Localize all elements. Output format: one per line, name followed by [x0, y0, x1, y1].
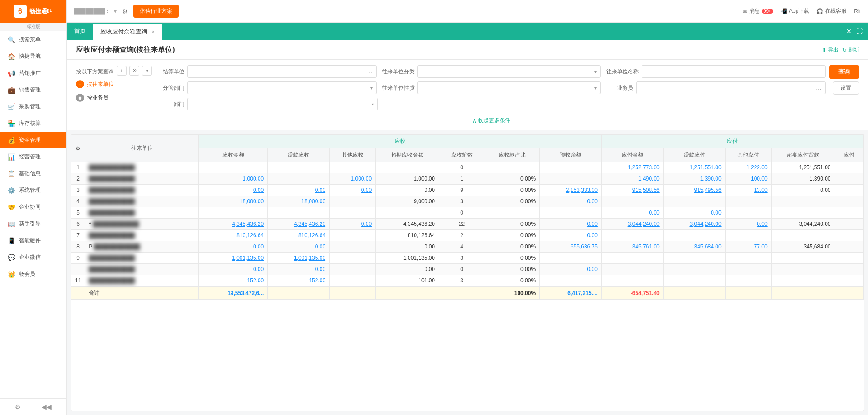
sidebar-item-sales[interactable]: 💼 销售管理	[0, 81, 66, 98]
user-name[interactable]: Rit	[854, 8, 861, 14]
setting-button[interactable]: 设置	[833, 81, 859, 95]
input-unit-category[interactable]: ▾	[417, 65, 601, 78]
row-ar-loan[interactable]: 810,126.64	[268, 230, 330, 241]
collapse-conditions-btn[interactable]: ∧ 收起更多条件	[157, 117, 826, 124]
row-ap-loan[interactable]: 915,495.56	[663, 185, 725, 196]
row-ap-other[interactable]: 0.00	[725, 219, 771, 230]
sidebar-item-marketing[interactable]: 📢 营销推广	[0, 65, 66, 81]
row-ar-loan[interactable]: 152.00	[268, 275, 330, 287]
sidebar-badge: 标准版	[0, 23, 66, 31]
row-ap-amount[interactable]: 1,252,773.00	[601, 162, 663, 173]
add-scheme-btn[interactable]: +	[117, 66, 127, 76]
sidebar-item-finance[interactable]: 💰 资金管理	[0, 132, 66, 148]
row-ap-amount[interactable]: 345,761.00	[601, 241, 663, 253]
sidebar-item-operations[interactable]: 📊 经营管理	[0, 148, 66, 165]
sidebar-item-shortcut[interactable]: 🏠 快捷导航	[0, 48, 66, 65]
tab-close-icon[interactable]: ×	[152, 29, 155, 34]
row-ap-extra	[835, 253, 863, 264]
row-ar-loan[interactable]: 0.00	[268, 185, 330, 196]
row-ap-loan[interactable]: 3,044,240.00	[663, 219, 725, 230]
row-ap-other[interactable]: 1,222.00	[725, 162, 771, 173]
input-unit-name[interactable]	[642, 65, 826, 78]
sidebar-item-member[interactable]: 👑 畅会员	[0, 266, 66, 282]
row-ar-prepay[interactable]: 655,636.75	[540, 241, 602, 253]
row-ar-amount[interactable]: 0.00	[198, 264, 268, 275]
row-ar-amount[interactable]: 18,000.00	[198, 196, 268, 207]
sidebar-item-wechat[interactable]: 💬 企业微信	[0, 249, 66, 266]
input-unit-nature[interactable]: ▾	[417, 81, 601, 94]
input-dept2[interactable]: ▾	[187, 98, 378, 110]
sidebar-item-search[interactable]: 🔍 搜索菜单	[0, 31, 66, 48]
row-ar-loan[interactable]: 4,345,436.20	[268, 219, 330, 230]
sidebar-item-guide[interactable]: 📖 新手引导	[0, 215, 66, 232]
row-ap-amount[interactable]: 1,490.00	[601, 173, 663, 185]
edit-scheme-btn[interactable]: ⊙	[129, 66, 139, 76]
messages-btn[interactable]: ✉ 消息 99+	[743, 7, 773, 15]
row-ar-prepay[interactable]: 2,153,333.00	[540, 185, 602, 196]
online-service-btn[interactable]: 🎧 在线客服	[816, 7, 847, 15]
scheme-by-staff[interactable]: ⏺ 按业务员	[76, 93, 157, 103]
row-ar-prepay[interactable]: 0.00	[540, 230, 602, 241]
topbar-chevron[interactable]: ▾	[114, 8, 117, 14]
export-button[interactable]: ⬆ 导出	[822, 46, 839, 54]
solution-button[interactable]: 体验行业方案	[133, 5, 179, 18]
row-ar-amount[interactable]: 810,126.64	[198, 230, 268, 241]
th-ar-count: 应收笔数	[439, 148, 485, 162]
row-ar-other[interactable]: 0.00	[330, 185, 376, 196]
row-ar-amount[interactable]: 152.00	[198, 275, 268, 287]
sidebar-item-system[interactable]: ⚙️ 系统管理	[0, 182, 66, 199]
table-row: 8 P ████████████ 0.00 0.00 0.00 4 0.00% …	[71, 241, 864, 253]
input-department[interactable]: ▾	[187, 81, 377, 94]
row-ap-other[interactable]: 77.00	[725, 241, 771, 253]
tab-home[interactable]: 首页	[67, 23, 93, 40]
row-ap-other[interactable]: 100.00	[725, 173, 771, 185]
sidebar-item-collab[interactable]: 🤝 企业协同	[0, 199, 66, 215]
app-download-btn[interactable]: 📲 App下载	[780, 7, 809, 15]
row-ap-loan[interactable]: 1,251,551.00	[663, 162, 725, 173]
row-ar-prepay[interactable]: 0.00	[540, 264, 602, 275]
sidebar-label-member: 畅会员	[19, 270, 35, 278]
row-ap-amount[interactable]: 0.00	[601, 207, 663, 219]
input-salesperson[interactable]: …	[636, 81, 826, 94]
input-settlement[interactable]: …	[187, 65, 377, 78]
sidebar-item-base[interactable]: 📋 基础信息	[0, 165, 66, 182]
scheme-by-unit[interactable]: 🔸 按往来单位	[76, 79, 157, 89]
row-ar-amount[interactable]: 1,000.00	[198, 173, 268, 185]
row-ar-prepay[interactable]: 0.00	[540, 196, 602, 207]
footer-ap-total[interactable]: -654,751.40	[601, 286, 663, 300]
row-ap-amount[interactable]: 915,508.56	[601, 185, 663, 196]
tabbar-fullscreen-icon[interactable]: ⛶	[856, 28, 863, 35]
row-ar-amount[interactable]: 0.00	[198, 241, 268, 253]
row-ap-amount[interactable]: 3,044,240.00	[601, 219, 663, 230]
query-button[interactable]: 查询	[829, 65, 859, 79]
footer-ar-total[interactable]: 19,553,472,6...	[198, 286, 268, 300]
table-row: 6 ^ ████████████ 4,345,436.20 4,345,436.…	[71, 219, 864, 230]
tab-ar-ap[interactable]: 应收应付余额查询 ×	[93, 23, 162, 40]
row-ap-loan[interactable]: 345,684.00	[663, 241, 725, 253]
row-ar-other[interactable]: 0.00	[330, 219, 376, 230]
row-ar-prepay[interactable]: 0.00	[540, 219, 602, 230]
row-ar-loan[interactable]: 0.00	[268, 241, 330, 253]
sidebar-item-purchase[interactable]: 🛒 采购管理	[0, 98, 66, 115]
tabbar-close-icon[interactable]: ✕	[846, 28, 852, 35]
row-ar-loan[interactable]: 1,001,135.00	[268, 253, 330, 264]
refresh-button[interactable]: ↻ 刷新	[842, 46, 859, 54]
topbar-gear-icon[interactable]: ⚙	[122, 8, 128, 15]
row-ap-other[interactable]: 13.00	[725, 185, 771, 196]
footer-ar-prepay[interactable]: 6,417,215....	[540, 286, 602, 300]
sidebar-collapse-btn[interactable]: ◀◀	[42, 403, 52, 410]
row-ap-loan[interactable]: 0.00	[663, 207, 725, 219]
row-ar-loan[interactable]: 0.00	[268, 264, 330, 275]
row-ar-amount[interactable]: 0.00	[198, 185, 268, 196]
row-ar-loan[interactable]: 18,000.00	[268, 196, 330, 207]
sidebar-settings-btn[interactable]: ⚙	[15, 403, 21, 410]
row-ar-amount[interactable]: 4,345,436.20	[198, 219, 268, 230]
sidebar-item-hardware[interactable]: 📱 智能硬件	[0, 232, 66, 249]
sidebar-item-inventory[interactable]: 🏪 库存核算	[0, 115, 66, 132]
row-ap-loan[interactable]: 1,390.00	[663, 173, 725, 185]
row-ar-other[interactable]: 1,000.00	[330, 173, 376, 185]
th-settings[interactable]: ⚙	[71, 135, 85, 162]
th-ap-other: 其他应付	[725, 148, 771, 162]
collapse-scheme-btn[interactable]: «	[142, 66, 152, 76]
row-ar-amount[interactable]: 1,001,135.00	[198, 253, 268, 264]
